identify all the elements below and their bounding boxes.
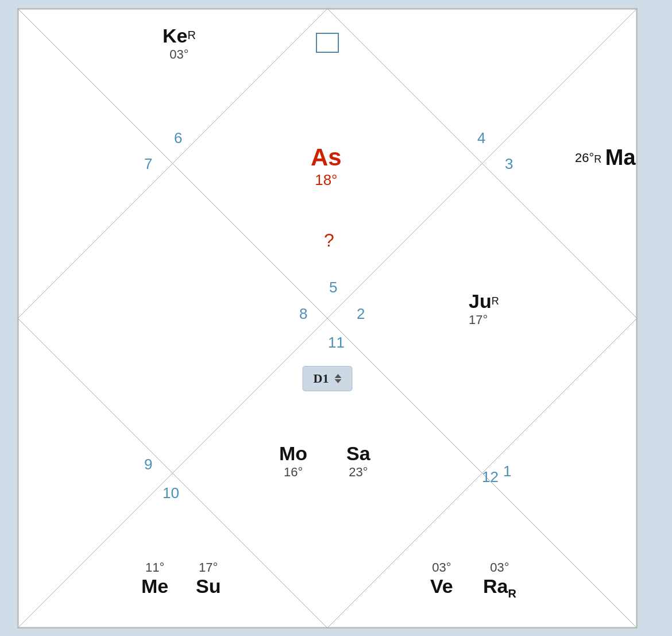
house-9: 9 <box>144 456 152 473</box>
unknown-symbol: ? <box>324 230 334 251</box>
planet-mars: 26°R Ma <box>575 145 636 170</box>
dropdown-arrows-icon <box>334 374 341 383</box>
planet-venus: 03° Ve <box>430 560 453 598</box>
right-panel <box>638 0 672 636</box>
house-4: 4 <box>477 129 485 147</box>
planet-sun: 17° Su <box>196 560 221 598</box>
d1-dropdown-button[interactable]: D1 <box>303 366 353 391</box>
planet-saturn: Sa 23° <box>346 442 370 480</box>
planet-jupiter: JuR 17° <box>469 290 499 327</box>
house-7: 7 <box>144 155 152 173</box>
house-10: 10 <box>163 484 179 502</box>
planet-moon: Mo 16° <box>279 442 307 480</box>
top-square-symbol <box>316 33 339 53</box>
house-12: 12 <box>482 468 499 486</box>
ascendant-label: As 18° <box>311 144 342 189</box>
house-5: 5 <box>329 279 337 296</box>
planet-rahu: 03° RaR <box>483 560 516 600</box>
house-6: 6 <box>174 129 182 147</box>
planet-ketu: KeR 03° <box>163 25 196 62</box>
house-3: 3 <box>505 155 513 173</box>
planet-mercury: 11° Me <box>141 560 168 598</box>
house-2: 2 <box>357 305 365 323</box>
house-11: 11 <box>328 334 345 352</box>
house-1: 1 <box>503 462 511 480</box>
house-8: 8 <box>299 305 307 323</box>
d1-label: D1 <box>314 371 329 386</box>
